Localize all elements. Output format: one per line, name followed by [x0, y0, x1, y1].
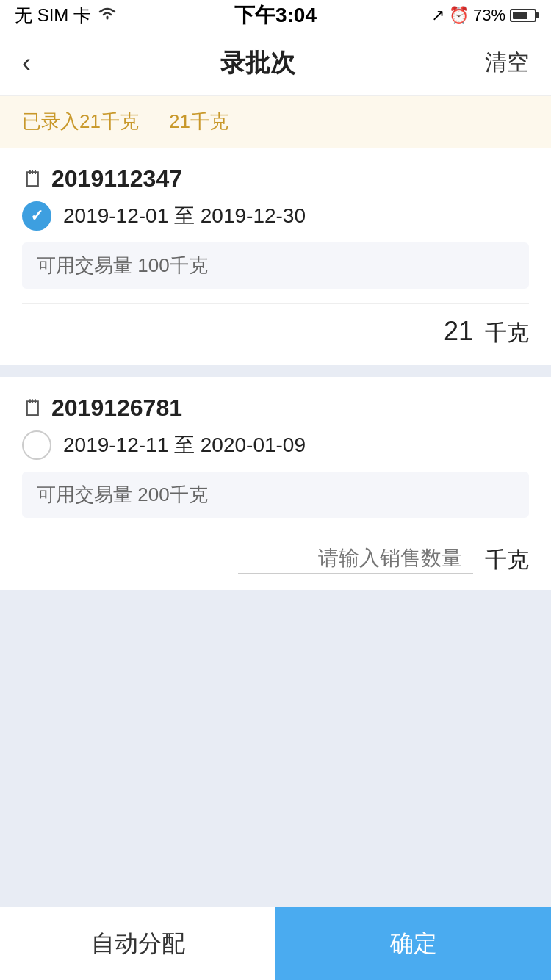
section-separator-2 — [0, 590, 551, 602]
summary-banner: 已录入21千克 21千克 — [0, 96, 551, 148]
batch-unit-1: 千克 — [485, 318, 529, 348]
batch-date-1: 2019-12-01 至 2019-12-30 — [63, 202, 306, 230]
batch-card-2: 🗒 2019126781 2019-12-11 至 2020-01-09 可用交… — [0, 377, 551, 590]
no-sim-text: 无 SIM 卡 — [15, 4, 91, 27]
section-separator-1 — [0, 365, 551, 377]
batch-input-row-1: 21 千克 — [22, 303, 529, 365]
batch-date-2: 2019-12-11 至 2020-01-09 — [63, 431, 306, 459]
batch-qty-input-2[interactable] — [210, 547, 473, 570]
batch-header-1: 🗒 2019112347 — [22, 165, 529, 192]
status-right: ↗ ⏰ 73% — [431, 6, 536, 25]
batch-id-2: 2019126781 — [51, 394, 182, 422]
batch-id-icon-2: 🗒 — [22, 396, 44, 421]
confirm-button[interactable]: 确定 — [276, 907, 551, 980]
status-bar: 无 SIM 卡 下午3:04 ↗ ⏰ 73% — [0, 0, 551, 31]
bottom-bar: 自动分配 确定 — [0, 907, 551, 980]
empty-area — [0, 602, 551, 907]
summary-divider — [154, 112, 154, 132]
clear-button[interactable]: 清空 — [485, 48, 529, 78]
batch-header-2: 🗒 2019126781 — [22, 394, 529, 422]
battery-percent: 73% — [473, 6, 505, 25]
batch-input-row-2: 千克 — [22, 533, 529, 590]
batch-available-2: 可用交易量 200千克 — [22, 472, 529, 518]
wifi-icon — [97, 5, 118, 26]
batch-unit-2: 千克 — [485, 545, 529, 575]
page-title: 录批次 — [220, 46, 295, 80]
batch-card-1: 🗒 2019112347 2019-12-01 至 2019-12-30 可用交… — [0, 148, 551, 365]
batch-qty-value-1: 21 — [444, 316, 473, 347]
status-left: 无 SIM 卡 — [15, 4, 118, 27]
nav-bar: ‹ 录批次 清空 — [0, 31, 551, 96]
alarm-icon: ⏰ — [449, 6, 469, 25]
battery-icon — [510, 9, 536, 22]
summary-recorded: 已录入21千克 — [22, 109, 139, 134]
status-time: 下午3:04 — [234, 1, 317, 29]
summary-total: 21千克 — [169, 109, 228, 134]
back-button[interactable]: ‹ — [22, 48, 31, 79]
batch-radio-1[interactable] — [22, 201, 51, 231]
auto-distribute-button[interactable]: 自动分配 — [0, 907, 276, 980]
batch-id-1: 2019112347 — [51, 165, 182, 192]
batch-date-row-1: 2019-12-01 至 2019-12-30 — [22, 201, 529, 231]
batch-input-underline-1: 21 — [238, 316, 473, 350]
batch-date-row-2: 2019-12-11 至 2020-01-09 — [22, 430, 529, 460]
batch-available-1: 可用交易量 100千克 — [22, 242, 529, 289]
batch-radio-2[interactable] — [22, 430, 51, 460]
location-icon: ↗ — [431, 6, 444, 25]
batch-id-icon-1: 🗒 — [22, 167, 44, 192]
batch-input-underline-2[interactable] — [238, 547, 473, 574]
